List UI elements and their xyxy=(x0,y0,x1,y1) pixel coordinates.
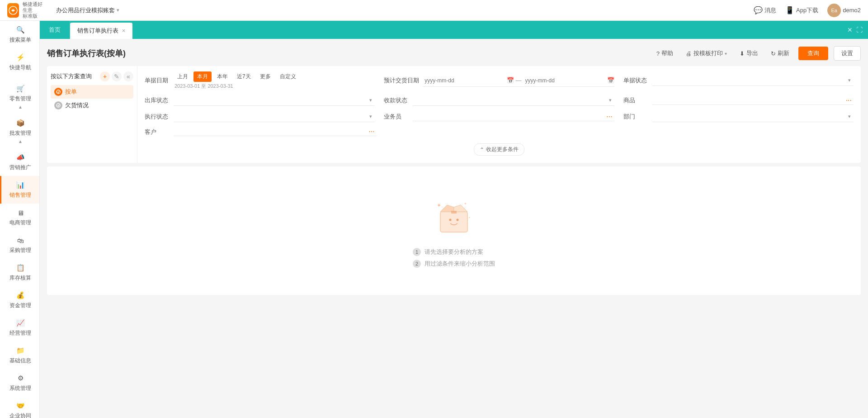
wholesale-icon: 📦 xyxy=(16,119,25,128)
sidebar-item-sales[interactable]: 📊 销售管理 xyxy=(0,176,39,204)
date-tab-this-month[interactable]: 本月 xyxy=(193,71,212,82)
filter-field-date: 单据日期 上月 本月 本年 近7天 更多 自定义 20 xyxy=(145,71,375,90)
ecommerce-icon: 🖥 xyxy=(16,208,25,217)
close-window-btn[interactable]: ✕ xyxy=(847,26,853,33)
add-scheme-btn[interactable]: + xyxy=(100,71,110,81)
export-btn[interactable]: ⬇ 导出 xyxy=(736,48,762,59)
print-arrow-icon: ▾ xyxy=(725,51,727,56)
collab-icon: 🤝 xyxy=(16,401,25,410)
empty-tip-1: 1 请先选择要分析的方案 xyxy=(413,248,495,256)
status-select[interactable] xyxy=(652,75,854,86)
empty-illustration: ✦ ✦ ✦ xyxy=(431,194,476,239)
dept-select[interactable] xyxy=(652,111,854,122)
help-btn[interactable]: ? 帮助 xyxy=(653,48,677,59)
forecast-date-start[interactable] xyxy=(423,76,505,86)
receipt-label: 收款状态 xyxy=(384,96,409,104)
sidebar-item-wholesale[interactable]: 📦 批发管理 ▲ xyxy=(0,114,39,148)
scheme-item-icon-欠货情况 xyxy=(54,101,62,109)
date-tabs-row: 上月 本月 本年 近7天 更多 自定义 xyxy=(174,71,375,82)
svg-point-5 xyxy=(449,219,452,221)
salesperson-picker-btn[interactable]: ··· xyxy=(604,113,614,121)
exec-select[interactable] xyxy=(174,111,375,122)
page-actions: ? 帮助 🖨 按模板打印 ▾ ⬇ 导出 ↻ 刷新 xyxy=(653,46,861,61)
query-label: 查询 xyxy=(807,50,819,57)
sidebar-label-sales: 销售管理 xyxy=(9,191,31,199)
scheme-item-按单[interactable]: 按单 xyxy=(51,85,133,99)
forecast-date-label: 预计交货日期 xyxy=(384,76,419,85)
forecast-date-range: 📅 — 📅 xyxy=(423,75,614,87)
date-tab-this-year[interactable]: 本年 xyxy=(213,71,231,82)
print-btn[interactable]: 🖨 按模板打印 ▾ xyxy=(682,48,731,59)
sidebar-item-system[interactable]: ⚙ 系统管理 xyxy=(0,369,39,397)
sidebar-label-search: 搜索菜单 xyxy=(9,36,31,44)
status-select-wrap[interactable] xyxy=(652,75,854,86)
sales-icon: 📊 xyxy=(16,180,25,190)
date-tab-last-month[interactable]: 上月 xyxy=(174,71,192,82)
industry-label: 办公用品行业模拟账套 xyxy=(56,6,115,14)
date-tab-more[interactable]: 更多 xyxy=(256,71,274,82)
refresh-btn[interactable]: ↻ 刷新 xyxy=(767,48,793,59)
delivery-select-wrap[interactable] xyxy=(174,95,375,106)
message-btn[interactable]: 💬 消息 xyxy=(754,6,776,14)
logo-area: 畅捷通好生意 标准版 xyxy=(7,1,47,19)
filter-left-panel: 按以下方案查询 + ✎ « xyxy=(47,66,137,163)
sidebar-item-marketing[interactable]: 📣 营销推广 xyxy=(0,148,39,176)
receipt-select-wrap[interactable] xyxy=(413,95,614,106)
dept-label: 部门 xyxy=(623,113,649,121)
empty-tip-2: 2 用过滤条件来缩小分析范围 xyxy=(413,260,495,268)
forecast-calendar-end-icon[interactable]: 📅 xyxy=(607,77,614,84)
dept-select-wrap[interactable] xyxy=(652,111,854,122)
query-button[interactable]: 查询 xyxy=(798,47,828,60)
page-title: 销售订单执行表(按单) xyxy=(47,48,126,59)
finance-icon: 💰 xyxy=(16,291,25,300)
app-download-btn[interactable]: 📱 App下载 xyxy=(785,6,818,14)
edit-scheme-btn[interactable]: ✎ xyxy=(112,71,122,81)
sidebar-item-purchase[interactable]: 🛍 采购管理 xyxy=(0,231,39,259)
maximize-window-btn[interactable]: ⛶ xyxy=(856,26,863,33)
filter-right-panel: 单据日期 上月 本月 本年 近7天 更多 自定义 20 xyxy=(137,66,861,163)
delivery-select[interactable] xyxy=(174,95,375,105)
sidebar-label-wholesale: 批发管理 xyxy=(9,129,31,137)
tab-close-btn[interactable]: × xyxy=(122,28,125,34)
logo-text-line1: 畅捷通好生意 xyxy=(23,1,47,13)
filter-row-1: 单据日期 上月 本月 本年 近7天 更多 自定义 20 xyxy=(145,71,854,90)
user-area[interactable]: Ea demo2 xyxy=(827,4,861,17)
sidebar-item-collab[interactable]: 🤝 企业协同 xyxy=(0,397,39,418)
sidebar-item-quick-nav[interactable]: ⚡ 快捷导航 xyxy=(0,48,39,76)
print-label: 按模板打印 xyxy=(693,49,723,57)
forecast-date-end[interactable] xyxy=(524,76,605,86)
sidebar-item-inventory[interactable]: 📋 库存核算 xyxy=(0,259,39,286)
industry-selector[interactable]: 办公用品行业模拟账套 ▾ xyxy=(47,6,754,14)
help-label: 帮助 xyxy=(661,49,673,57)
filter-field-forecast-date: 预计交货日期 📅 — 📅 xyxy=(384,71,614,90)
customer-picker-btn[interactable]: ··· xyxy=(367,128,376,136)
settings-button[interactable]: 设置 xyxy=(834,46,861,61)
sidebar-item-operations[interactable]: 📈 经营管理 xyxy=(0,314,39,342)
date-label: 单据日期 xyxy=(145,76,170,85)
tab-active-sales[interactable]: 销售订单执行表 × xyxy=(70,23,132,39)
basic-info-icon: 📁 xyxy=(16,346,25,355)
customer-label: 客户 xyxy=(145,128,170,136)
filter-left-btns: + ✎ « xyxy=(100,71,133,81)
scheme-item-欠货情况[interactable]: 欠货情况 xyxy=(51,99,133,112)
date-tab-custom[interactable]: 自定义 xyxy=(276,71,300,82)
exec-select-wrap[interactable] xyxy=(174,111,375,122)
product-picker-btn[interactable]: ··· xyxy=(844,96,854,104)
filter-field-customer: 客户 ··· xyxy=(145,128,377,136)
operations-icon: 📈 xyxy=(16,318,25,328)
date-tab-7days[interactable]: 近7天 xyxy=(233,71,255,82)
collapse-btn[interactable]: ⌃ 收起更多条件 xyxy=(474,143,524,156)
receipt-select[interactable] xyxy=(413,95,614,105)
sidebar-label-ecommerce: 电商管理 xyxy=(9,219,31,227)
forecast-calendar-start-icon[interactable]: 📅 xyxy=(507,77,514,84)
sidebar-item-basic-info[interactable]: 📁 基础信息 xyxy=(0,342,39,369)
tab-home[interactable]: 首页 xyxy=(40,21,70,39)
avatar: Ea xyxy=(827,4,841,17)
tab-bar: 首页 销售订单执行表 × ✕ ⛶ xyxy=(40,21,868,39)
sidebar-item-ecommerce[interactable]: 🖥 电商管理 xyxy=(0,204,39,231)
sidebar-item-search[interactable]: 🔍 搜索菜单 xyxy=(0,21,39,48)
sidebar-item-retail[interactable]: 🛒 零售管理 ▲ xyxy=(0,80,39,114)
sidebar-item-finance[interactable]: 💰 资金管理 xyxy=(0,286,39,314)
date-separator: — xyxy=(516,77,522,84)
collapse-scheme-btn[interactable]: « xyxy=(123,71,133,81)
